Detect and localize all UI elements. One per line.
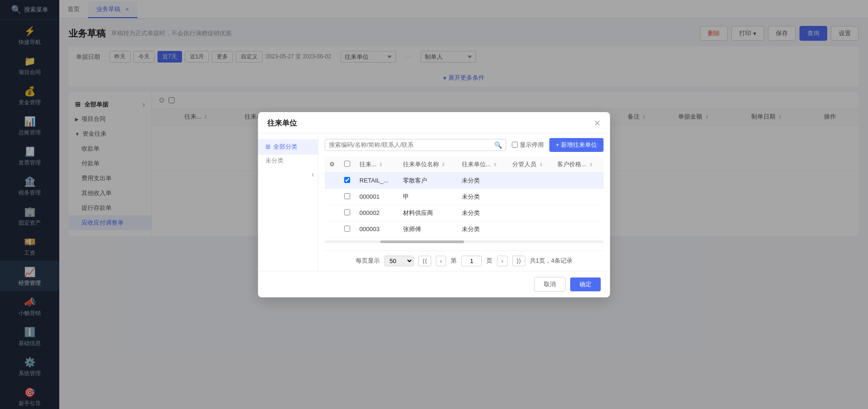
dialog-table-row[interactable]: 000001 甲 未分类: [325, 189, 604, 205]
row4-category: 未分类: [457, 221, 508, 237]
dialog-table-header: ⚙ 往来... ⇕ 往来单位名称 ⇕ 往来单位... ⇕ 分管人员 ⇕ 客户价格…: [325, 157, 604, 173]
dialog-search-input[interactable]: [329, 141, 491, 148]
dth-price[interactable]: 客户价格... ⇕: [553, 157, 604, 173]
dialog-sidebar-unclassified[interactable]: 未分类: [258, 155, 318, 169]
row4-price: [553, 221, 604, 237]
dialog-sidebar-collapse-btn[interactable]: ‹: [258, 169, 318, 181]
row2-check[interactable]: [340, 189, 355, 205]
dialog-body: ⊞ 全部分类 未分类 ‹ 🔍 显示停用: [258, 133, 610, 271]
dialog-close-icon[interactable]: ✕: [594, 119, 601, 127]
row1-price: [553, 172, 604, 189]
pagination-last[interactable]: ⟩⟩: [512, 256, 525, 266]
row3-price: [553, 205, 604, 221]
pagination-page-input[interactable]: [461, 256, 482, 266]
row2-category: 未分类: [457, 189, 508, 205]
dialog-table-row[interactable]: 000003 张师傅 未分类: [325, 221, 604, 237]
row1-check[interactable]: [340, 172, 355, 189]
row4-manager: [508, 221, 553, 237]
dialog-pagination: 每页显示 50 ⟨⟨ ‹ 第 页 › ⟩⟩ 共1页，4条记录: [325, 251, 604, 271]
pagination-next[interactable]: ›: [497, 256, 507, 266]
pagination-total: 共1页，4条记录: [530, 257, 572, 265]
row2-name: 甲: [398, 189, 457, 205]
dth-check: [340, 157, 355, 173]
row4-name: 张师傅: [398, 221, 457, 237]
dialog-table-row[interactable]: RETAIL_... 零散客户 未分类: [325, 172, 604, 189]
row3-name: 材料供应商: [398, 205, 457, 221]
row3-icon: [325, 205, 340, 221]
dialog-footer: 取消 确定: [258, 271, 610, 297]
dialog-main: 🔍 显示停用 + 新增往来单位 ⚙: [318, 133, 610, 271]
row4-check[interactable]: [340, 221, 355, 237]
dialog-company: 往来单位 ✕ ⊞ 全部分类 未分类 ‹: [258, 112, 610, 297]
dth-settings: ⚙: [325, 157, 340, 173]
dialog-table: ⚙ 往来... ⇕ 往来单位名称 ⇕ 往来单位... ⇕ 分管人员 ⇕ 客户价格…: [325, 157, 604, 238]
dialog-search-row: 🔍 显示停用 + 新增往来单位: [325, 138, 604, 152]
row3-manager: [508, 205, 553, 221]
row4-code: 000003: [355, 221, 398, 237]
dialog-select-all[interactable]: [344, 161, 350, 167]
pagination-page-suffix: 页: [486, 257, 492, 265]
grid-icon: ⊞: [265, 143, 270, 150]
dialog-scrollbar[interactable]: [325, 240, 604, 243]
dialog-scrollbar-thumb[interactable]: [380, 240, 464, 243]
dialog-search-box: 🔍: [325, 139, 506, 151]
dth-name[interactable]: 往来单位名称 ⇕: [398, 157, 457, 173]
search-glass-icon: 🔍: [494, 141, 502, 149]
show-inactive-checkbox[interactable]: [512, 142, 518, 148]
row1-category: 未分类: [457, 172, 508, 189]
dialog-table-wrap: ⚙ 往来... ⇕ 往来单位名称 ⇕ 往来单位... ⇕ 分管人员 ⇕ 客户价格…: [325, 157, 604, 251]
row2-icon: [325, 189, 340, 205]
pagination-first[interactable]: ⟨⟨: [418, 256, 431, 266]
row4-icon: [325, 221, 340, 237]
row3-code: 000002: [355, 205, 398, 221]
dialog-sidebar: ⊞ 全部分类 未分类 ‹: [258, 133, 318, 271]
row3-check[interactable]: [340, 205, 355, 221]
pagination-page-label: 第: [451, 257, 457, 265]
dth-category[interactable]: 往来单位... ⇕: [457, 157, 508, 173]
dth-manager[interactable]: 分管人员 ⇕: [508, 157, 553, 173]
pagination-prev[interactable]: ‹: [436, 256, 446, 266]
dialog-sidebar-all[interactable]: ⊞ 全部分类: [258, 139, 318, 155]
add-company-button[interactable]: + 新增往来单位: [549, 138, 604, 152]
dialog-header: 往来单位 ✕: [258, 112, 610, 133]
dialog-table-row[interactable]: 000002 材料供应商 未分类: [325, 205, 604, 221]
row1-name: 零散客户: [398, 172, 457, 189]
cancel-button[interactable]: 取消: [534, 277, 566, 292]
per-page-select[interactable]: 50: [384, 256, 414, 266]
row1-code: RETAIL_...: [355, 172, 398, 189]
confirm-button[interactable]: 确定: [570, 277, 601, 291]
overlay[interactable]: 往来单位 ✕ ⊞ 全部分类 未分类 ‹: [0, 0, 868, 409]
row2-manager: [508, 189, 553, 205]
show-inactive-label[interactable]: 显示停用: [512, 141, 544, 149]
row1-manager: [508, 172, 553, 189]
row2-price: [553, 189, 604, 205]
row3-category: 未分类: [457, 205, 508, 221]
dialog-title: 往来单位: [267, 119, 297, 128]
row2-code: 000001: [355, 189, 398, 205]
dth-code[interactable]: 往来... ⇕: [355, 157, 398, 173]
row1-icon: [325, 172, 340, 189]
